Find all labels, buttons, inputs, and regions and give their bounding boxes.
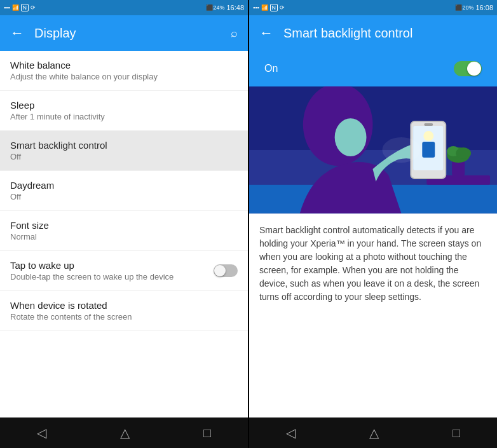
tap-wake-toggle[interactable] (214, 264, 238, 277)
right-nfc-icon: N (270, 4, 278, 11)
right-screen-icon: ⟳ (280, 4, 285, 11)
smart-backlight-title: Smart backlight control (10, 140, 238, 151)
rotate-title: When device is rotated (10, 300, 238, 311)
left-nav-home[interactable]: △ (120, 425, 130, 440)
left-app-bar: ← Display ⌕ (0, 15, 248, 51)
left-nav-bar: ◁ △ □ (0, 417, 248, 448)
signal-icon: ▪▪▪ (4, 4, 10, 11)
daydream-subtitle: Off (10, 192, 238, 201)
svg-point-9 (335, 118, 367, 156)
white-balance-title: White balance (10, 60, 238, 71)
settings-list: White balance Adjust the white balance o… (0, 51, 248, 331)
battery-icon: ⬛24% (206, 4, 224, 11)
left-content: White balance Adjust the white balance o… (0, 51, 248, 417)
right-status-bar: ▪▪▪ 📶 N ⟳ ⬛20% 16:08 (249, 0, 497, 15)
right-nav-recent[interactable]: □ (453, 426, 460, 440)
left-status-icons-right: ⬛24% 16:48 (206, 4, 244, 11)
rotate-subtitle: Rotate the contents of the screen (10, 312, 238, 322)
font-size-title: Font size (10, 220, 238, 231)
right-content: Smart backlight control automatically de… (249, 214, 497, 417)
left-nav-recent[interactable]: □ (203, 426, 211, 440)
nfc-icon: N (21, 4, 29, 11)
right-nav-home[interactable]: △ (369, 425, 379, 440)
illustration-area (249, 86, 497, 214)
left-app-title: Display (34, 26, 221, 41)
left-phone: ▪▪▪ 📶 N ⟳ ⬛24% 16:48 ← Display ⌕ White b… (0, 0, 248, 448)
left-status-icons-left: ▪▪▪ 📶 N ⟳ (4, 4, 36, 11)
right-time: 16:08 (475, 4, 493, 11)
left-back-button[interactable]: ← (10, 25, 24, 41)
left-search-button[interactable]: ⌕ (231, 27, 238, 40)
toggle-label: On (264, 63, 278, 74)
wifi-icon: 📶 (12, 4, 19, 11)
font-size-subtitle: Normal (10, 232, 238, 241)
right-signal-icon: ▪▪▪ (253, 4, 259, 11)
svg-point-7 (456, 147, 471, 159)
backlight-toggle[interactable] (454, 61, 482, 76)
right-phone: ▪▪▪ 📶 N ⟳ ⬛20% 16:08 ← Smart backlight c… (249, 0, 497, 448)
svg-rect-15 (424, 123, 433, 126)
right-status-icons-left: ▪▪▪ 📶 N ⟳ (253, 4, 285, 11)
sleep-subtitle: After 1 minute of inactivity (10, 112, 238, 121)
svg-point-16 (382, 137, 420, 163)
white-balance-item[interactable]: White balance Adjust the white balance o… (0, 51, 248, 91)
sleep-item[interactable]: Sleep After 1 minute of inactivity (0, 91, 248, 131)
svg-point-13 (423, 131, 433, 141)
screen-rotate-icon: ⟳ (31, 4, 36, 11)
right-app-title: Smart backlight control (283, 26, 487, 41)
tap-wake-subtitle: Double-tap the screen to wake up the dev… (10, 272, 214, 282)
font-size-item[interactable]: Font size Normal (0, 211, 248, 251)
tap-wake-title: Tap to wake up (10, 260, 214, 271)
right-app-bar: ← Smart backlight control (249, 15, 497, 51)
left-time: 16:48 (226, 4, 244, 11)
sleep-title: Sleep (10, 100, 238, 111)
smart-backlight-subtitle: Off (10, 152, 238, 161)
right-wifi-icon: 📶 (261, 4, 268, 11)
right-battery-icon: ⬛20% (455, 4, 473, 11)
right-nav-bar: ◁ △ □ (249, 417, 497, 448)
right-nav-back[interactable]: ◁ (286, 425, 296, 440)
tap-wake-item[interactable]: Tap to wake up Double-tap the screen to … (0, 251, 248, 291)
description-text: Smart backlight control automatically de… (249, 214, 497, 314)
right-back-button[interactable]: ← (259, 25, 273, 41)
right-status-icons-right: ⬛20% 16:08 (455, 4, 493, 11)
daydream-title: Daydream (10, 180, 238, 191)
toggle-row: On (249, 51, 497, 86)
rotate-item[interactable]: When device is rotated Rotate the conten… (0, 291, 248, 331)
daydream-item[interactable]: Daydream Off (0, 171, 248, 211)
white-balance-subtitle: Adjust the white balance on your display (10, 72, 238, 81)
left-nav-back[interactable]: ◁ (37, 425, 46, 440)
smart-backlight-item[interactable]: Smart backlight control Off (0, 131, 248, 171)
svg-rect-14 (422, 142, 435, 158)
left-status-bar: ▪▪▪ 📶 N ⟳ ⬛24% 16:48 (0, 0, 248, 15)
